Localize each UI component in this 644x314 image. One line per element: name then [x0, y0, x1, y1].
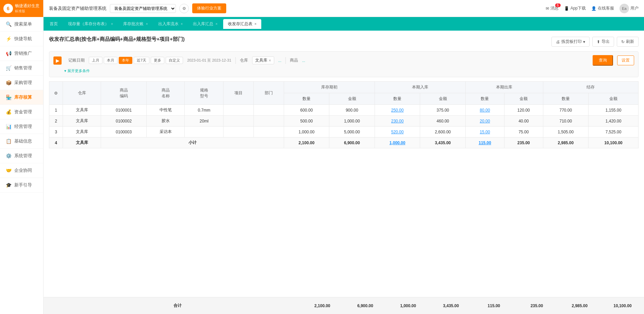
sidebar-item-purchase[interactable]: 📦采购管理 [0, 76, 43, 90]
sidebar-item-finance[interactable]: 💰资金管理 [0, 105, 43, 119]
sidebar-item-quick-nav[interactable]: ⚡快捷导航 [0, 32, 43, 46]
total-empty1 [44, 300, 65, 311]
logo-icon: 6 [3, 4, 13, 13]
user-action[interactable]: Ea 用户 [620, 4, 639, 13]
online-service-label: 在线客服 [598, 5, 614, 11]
query-button[interactable]: 查询 [593, 55, 613, 66]
tab-label-summary: 出入库汇总 [193, 21, 213, 27]
warehouse-tag[interactable]: 文具库 × [252, 56, 274, 64]
print-button[interactable]: 🖨 拣货板打印 ▾ [551, 37, 590, 47]
expand-conditions-button[interactable]: ▾ 展开更多条件 [64, 68, 634, 73]
date-btn-更多[interactable]: 更多 [151, 57, 164, 64]
date-btn-本月[interactable]: 本月 [104, 57, 117, 64]
online-service-action[interactable]: 👤 在线客服 [591, 5, 614, 11]
cell-out-amt: 75.00 [504, 127, 543, 137]
subtotal-in-amt: 3,435.00 [420, 137, 466, 148]
sidebar-logo: 6 畅捷通好生意 标准版 [0, 0, 43, 17]
setting-button[interactable]: 设置 [617, 55, 634, 65]
table-row: 3 文具库 0100003 采访本 1,000.00 5,000.00 520.… [49, 127, 639, 137]
warehouse-tag-text: 文具库 [255, 57, 267, 63]
cell-goods-name: 采访本 [146, 127, 184, 137]
cell-goods-spec: 0.7mm [185, 105, 224, 116]
page-content-area: 收发存汇总表(按仓库+商品编码+商品+规格型号+项目+部门) 🖨 拣货板打印 ▾… [44, 31, 644, 314]
search-icon: 🔍 [5, 21, 12, 27]
cell-goods-code: 0100003 [101, 127, 147, 137]
cell-balance-amt: 1,420.00 [589, 116, 639, 127]
system-icon: ⚙️ [5, 153, 12, 159]
cell-out-qty[interactable]: 20.00 [465, 116, 504, 127]
th-dept: 部门 [253, 82, 284, 105]
date-range: 2023-01-01 至 2023-12-31 [187, 58, 231, 63]
date-btn-近7天[interactable]: 近7天 [134, 57, 149, 64]
th-out-amt: 金额 [504, 93, 543, 105]
footer-total: 合计 2,100.00 6,900.00 1,000.00 3,435.00 1… [44, 297, 644, 314]
sidebar-item-system[interactable]: ⚙️系统管理 [0, 149, 43, 163]
total-balance-qty: 2,985.00 [558, 300, 601, 311]
sidebar-label-guide: 新手引导 [14, 182, 32, 188]
cell-out-qty[interactable]: 80.00 [465, 105, 504, 116]
sidebar-item-basic-info[interactable]: 📋基础信息 [0, 134, 43, 149]
tab-close-batch[interactable]: × [146, 22, 148, 26]
finance-icon: 💰 [5, 109, 12, 115]
th-opening-qty: 数量 [284, 93, 329, 105]
filter-toggle[interactable]: ▶ [53, 56, 62, 65]
expand-icon: ▾ [64, 69, 66, 73]
th-opening-amt: 金额 [329, 93, 375, 105]
tab-batch[interactable]: 库存批次账× [118, 19, 152, 29]
message-action[interactable]: ✉ 消息 6 [546, 5, 559, 11]
cell-in-qty[interactable]: 230.00 [375, 116, 420, 127]
tab-home[interactable]: 首页 [45, 19, 63, 29]
try-industry-button[interactable]: 体验行业方案 [192, 3, 226, 13]
sidebar-label-sales: 销售管理 [14, 65, 32, 71]
sidebar-item-sales[interactable]: 🛒销售管理 [0, 61, 43, 76]
sidebar-item-operation[interactable]: 📊经营管理 [0, 119, 43, 134]
sidebar-item-guide[interactable]: 🎓新手引导 [0, 178, 43, 193]
date-btn-上月[interactable]: 上月 [89, 57, 102, 64]
warehouse-more[interactable]: ... [278, 59, 281, 63]
sidebar-item-enterprise[interactable]: 🤝企业协同 [0, 163, 43, 178]
cell-in-qty[interactable]: 250.00 [375, 105, 420, 116]
tab-close-summary[interactable]: × [215, 22, 217, 26]
sidebar-label-purchase: 采购管理 [14, 80, 32, 86]
cell-goods-spec [185, 127, 224, 137]
cell-out-qty[interactable]: 15.00 [465, 127, 504, 137]
cell-in-qty[interactable]: 520.00 [375, 127, 420, 137]
refresh-button[interactable]: ↻ 刷新 [617, 37, 639, 47]
date-btn-本年[interactable]: 本年 [119, 57, 132, 64]
th-out-group: 本期出库 [465, 82, 543, 93]
tab-inventory-dist[interactable]: 现存量（库存分布表）× [63, 19, 118, 29]
date-btn-自定义[interactable]: 自定义 [166, 57, 183, 64]
th-balance-amt: 金额 [589, 93, 639, 105]
filter-bar: ▶ 记账日期 上月本月本年近7天更多自定义 2023-01-01 至 2023-… [49, 51, 639, 77]
date-label: 记账日期 [68, 57, 85, 63]
tab-close-flow[interactable]: × [181, 22, 183, 26]
top-header: 装备及固定资产辅助管理系统 装备及固定资产辅助管理系统 ⚙ 体验行业方案 ✉ 消… [44, 0, 644, 17]
service-icon: 👤 [591, 6, 596, 11]
tab-summary[interactable]: 出入库汇总× [188, 19, 222, 29]
th-out-qty: 数量 [465, 93, 504, 105]
tab-collect-summary[interactable]: 收发存汇总表× [223, 19, 261, 29]
warehouse-tag-close[interactable]: × [269, 58, 271, 63]
enterprise-icon: 🤝 [5, 167, 12, 173]
th-balance-qty: 数量 [543, 93, 589, 105]
system-select[interactable]: 装备及固定资产辅助管理系统 [110, 4, 176, 13]
total-empty2 [65, 300, 108, 311]
total-balance-amt: 10,100.00 [601, 300, 644, 311]
cell-balance-amt: 7,525.00 [589, 127, 639, 137]
sidebar-label-enterprise: 企业协同 [14, 167, 32, 173]
settings-icon[interactable]: ⚙ [179, 4, 189, 13]
sidebar-item-inventory[interactable]: 🏪库存核算 [0, 90, 43, 105]
tab-close-collect-summary[interactable]: × [254, 22, 257, 26]
sidebar-item-marketing[interactable]: 📢营销推广 [0, 46, 43, 61]
goods-more[interactable]: ... [302, 59, 305, 63]
tab-close-inventory-dist[interactable]: × [111, 22, 113, 26]
app-download-action[interactable]: 📱 App下载 [564, 5, 586, 11]
print-icon: 🖨 [556, 39, 560, 44]
tab-flow[interactable]: 出入库流水× [153, 19, 187, 29]
cell-num: 3 [49, 127, 63, 137]
export-button[interactable]: ⬆ 导出 [592, 37, 614, 47]
cell-opening-qty: 600.00 [284, 105, 329, 116]
cell-balance-qty: 710.00 [543, 116, 589, 127]
sidebar-item-search[interactable]: 🔍搜索菜单 [0, 17, 43, 32]
total-out-qty: 115.00 [473, 300, 515, 311]
